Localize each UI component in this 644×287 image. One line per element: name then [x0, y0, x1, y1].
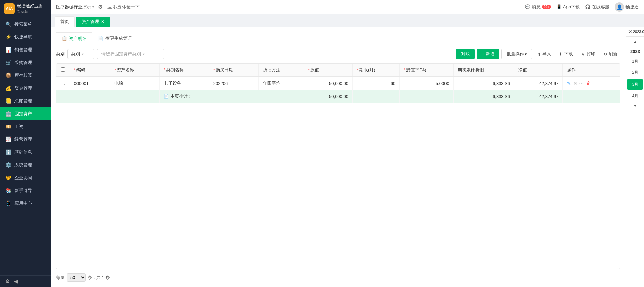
sidebar-item-enterprise[interactable]: 🤝企业协同: [0, 171, 51, 184]
sidebar-item-fixed-assets[interactable]: 🏢固定资产: [0, 107, 51, 120]
sub-tab-change-voucher-label: 变更生成凭证: [105, 35, 132, 41]
download-button[interactable]: ⬇ 下载: [556, 49, 576, 59]
month-item[interactable]: 3月: [627, 79, 643, 90]
service-icon: 🎧: [585, 4, 590, 9]
sidebar-item-capital[interactable]: 💰资金管理: [0, 82, 51, 95]
sidebar-label-fixed-assets: 固定资产: [14, 111, 32, 117]
refresh-button[interactable]: ↺ 刷新: [601, 49, 620, 59]
settings-gear-icon[interactable]: ⚙: [98, 4, 103, 10]
per-page-label: 每页: [56, 275, 65, 281]
sidebar-item-system[interactable]: ⚙️系统管理: [0, 159, 51, 171]
app-icon: 📱: [556, 4, 562, 9]
download-label: 下载: [564, 51, 573, 57]
sidebar-icon-payroll: 💴: [5, 124, 12, 130]
settings-icon[interactable]: ⚙: [5, 278, 10, 284]
messages-btn[interactable]: 💬 消息 99+: [525, 4, 551, 10]
sidebar-item-sales[interactable]: 📊销售管理: [0, 43, 51, 56]
row-checkbox[interactable]: [61, 81, 65, 85]
tab-close-icon[interactable]: ✕: [101, 19, 104, 24]
row-actions: ✎ ⎘ ⋯ 🗑: [563, 77, 620, 90]
per-page-select[interactable]: 50 10 20 100: [67, 273, 86, 282]
year-next-icon[interactable]: ▼: [632, 102, 639, 109]
company-selector[interactable]: 医疗器械行业演示 ▾: [56, 4, 94, 10]
sub-tab-asset-detail[interactable]: 📋 资产明细: [56, 32, 92, 44]
subtotal-icon: 📄: [164, 94, 169, 99]
sidebar-label-basic-info: 基础信息: [14, 149, 32, 155]
batch-operation-button[interactable]: 批量操作 ▾: [501, 49, 532, 59]
collapse-icon[interactable]: ◀: [14, 278, 18, 284]
pagination: 每页 50 10 20 100 条，共 1 条: [56, 273, 620, 282]
month-item[interactable]: 4月: [626, 91, 644, 102]
sidebar-item-payroll[interactable]: 💴工资: [0, 120, 51, 133]
experience-btn[interactable]: ☁ 我要体验一下: [107, 4, 140, 10]
sidebar-icon-inventory: 📦: [5, 72, 12, 78]
sidebar-item-search[interactable]: 🔍搜索菜单: [0, 18, 51, 31]
sidebar-item-app-center[interactable]: 📱应用中心: [0, 197, 51, 210]
year-prev-icon[interactable]: ▲: [632, 38, 639, 45]
more-icon[interactable]: ⋯: [579, 81, 584, 86]
refresh-icon: ↺: [604, 52, 607, 57]
new-button[interactable]: + 新增: [477, 49, 499, 59]
sidebar-label-app-center: 应用中心: [14, 200, 32, 206]
sidebar-icon-general-ledger: 📒: [5, 98, 12, 104]
subtotal-empty-2: [70, 90, 110, 103]
tab-home[interactable]: 首页: [55, 16, 75, 27]
app-download-btn[interactable]: 📱 App下载: [556, 4, 580, 10]
th-depreciation-method: 折旧方法: [258, 64, 304, 77]
month-item[interactable]: 1月: [626, 56, 644, 67]
row-depreciation-method: 年限平均: [258, 77, 304, 90]
row-accumulated-depreciation: 6,333.36: [453, 77, 514, 90]
panel-close-icon[interactable]: ✕: [627, 28, 633, 35]
sidebar: AtA 畅捷通好业财 普及版 🔍搜索菜单⚡快捷导航📊销售管理🛒采购管理📦库存核算…: [0, 0, 51, 287]
sidebar-item-purchase[interactable]: 🛒采购管理: [0, 56, 51, 69]
sub-tab-change-voucher[interactable]: 📄 变更生成凭证: [92, 32, 137, 44]
main-area: 医疗器械行业演示 ▾ ⚙ ☁ 我要体验一下 💬 消息 99+ 📱 App下载 🎧…: [51, 0, 644, 287]
row-code: 000001: [70, 77, 110, 90]
month-item[interactable]: 2月: [626, 67, 644, 78]
sidebar-label-operations: 经营管理: [14, 136, 32, 142]
toolbar-right: 对账 + 新增 批量操作 ▾ ⬆ 导入: [456, 49, 620, 59]
copy-icon[interactable]: ⎘: [574, 81, 576, 86]
online-service-btn[interactable]: 🎧 在线客服: [585, 4, 609, 10]
sidebar-item-basic-info[interactable]: ℹ️基础信息: [0, 146, 51, 159]
experience-label: 我要体验一下: [113, 4, 140, 10]
sidebar-item-operations[interactable]: 📈经营管理: [0, 133, 51, 146]
change-voucher-icon: 📄: [98, 36, 103, 41]
download-icon: ⬇: [559, 52, 563, 57]
th-name: *资产名称: [110, 64, 160, 77]
category-search-input[interactable]: 请选择固定资产类别 ▾: [97, 49, 164, 59]
topbar: 医疗器械行业演示 ▾ ⚙ ☁ 我要体验一下 💬 消息 99+ 📱 App下载 🎧…: [51, 0, 644, 14]
panel-title: 2023.03: [633, 30, 644, 34]
avatar: 👤: [615, 2, 624, 12]
topbar-right: 💬 消息 99+ 📱 App下载 🎧 在线客服 👤 畅捷通: [525, 2, 639, 12]
right-panel-year-label[interactable]: 2023: [630, 47, 640, 56]
print-button[interactable]: 🖨 打印: [578, 49, 599, 59]
import-button[interactable]: ⬆ 导入: [534, 49, 554, 59]
subtotal-label: 本页小计：: [170, 94, 192, 99]
sidebar-item-inventory[interactable]: 📦库存核算: [0, 69, 51, 82]
new-label: + 新增: [482, 51, 494, 57]
delete-icon[interactable]: 🗑: [586, 81, 591, 86]
tab-asset-management[interactable]: 资产管理 ✕: [76, 17, 110, 27]
app-download-label: App下载: [563, 4, 580, 10]
select-all-checkbox[interactable]: [61, 67, 65, 72]
sidebar-label-quick-nav: 快捷导航: [14, 34, 32, 40]
sub-tab-asset-detail-label: 资产明细: [69, 36, 87, 42]
sidebar-icon-enterprise: 🤝: [5, 175, 12, 181]
sidebar-item-quick-nav[interactable]: ⚡快捷导航: [0, 31, 51, 43]
th-purchase-date: *购买日期: [209, 64, 258, 77]
sidebar-item-guide[interactable]: 📚新手引导: [0, 184, 51, 197]
reconcile-button[interactable]: 对账: [456, 49, 475, 59]
sidebar-label-search: 搜索菜单: [14, 21, 32, 27]
sidebar-item-general-ledger[interactable]: 📒总账管理: [0, 95, 51, 107]
sidebar-label-enterprise: 企业协同: [14, 175, 32, 181]
sidebar-label-guide: 新手引导: [14, 188, 32, 194]
batch-label: 批量操作: [507, 51, 524, 57]
asset-data-table: *编码 *资产名称 *类别名称 *购买日期 折旧方法 *原值 *期限(月) *残…: [56, 64, 620, 103]
subtotal-empty-period: [352, 90, 399, 103]
user-btn[interactable]: 👤 畅捷通: [615, 2, 639, 12]
reconcile-label: 对账: [461, 51, 470, 57]
category-type-select[interactable]: 类别 ▾: [67, 49, 94, 59]
company-dropdown-icon: ▾: [92, 5, 94, 9]
edit-icon[interactable]: ✎: [567, 81, 571, 86]
